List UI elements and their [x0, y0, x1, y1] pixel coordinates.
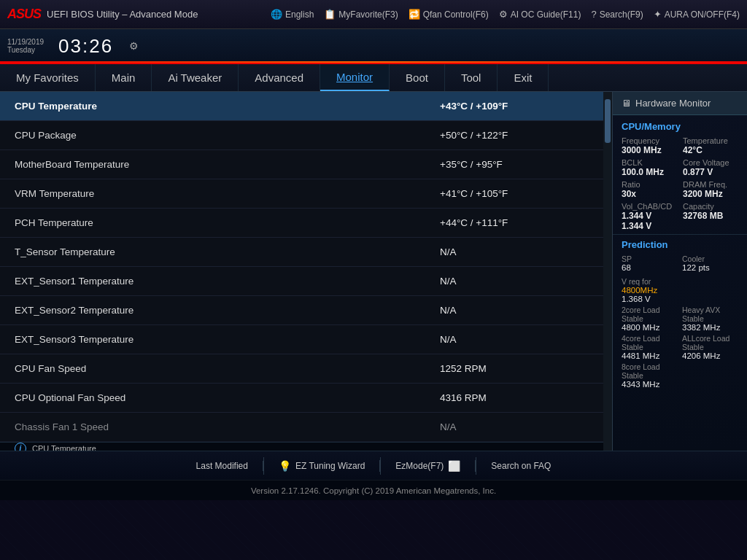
version-text: Version 2.17.1246. Copyright (C) 2019 Am…	[251, 486, 496, 495]
temperature-field: Temperature 42°C	[683, 136, 738, 155]
tab-monitor[interactable]: Monitor	[320, 64, 390, 91]
prediction-title: Prediction	[622, 239, 738, 250]
capacity-field: Capacity 32768 MB	[683, 202, 738, 231]
clock-bar: 11/19/2019 Tuesday 03:26 ⚙	[0, 29, 747, 64]
globe-icon: 🌐	[271, 9, 282, 20]
my-favorite-btn[interactable]: 📋 MyFavorite(F3)	[324, 9, 398, 20]
info-text: CPU Temperature	[32, 444, 96, 451]
ez-mode-btn[interactable]: EzMode(F7) ⬜	[381, 460, 476, 472]
header-info: 🌐 English 📋 MyFavorite(F3) 🔁 Qfan Contro…	[271, 9, 740, 20]
v-req-field: V req for 4800MHz 1.368 V	[622, 277, 738, 303]
allcore-field: ALLcore Load Stable 4206 MHz	[682, 334, 738, 360]
footer-bar: Last Modified 💡 EZ Tuning Wizard EzMode(…	[0, 451, 747, 480]
ratio-field: Ratio 30x	[622, 180, 677, 199]
tuning-icon: 💡	[279, 460, 291, 472]
tab-tool[interactable]: Tool	[445, 64, 498, 91]
search-btn[interactable]: ? Search(F9)	[591, 9, 643, 20]
settings-icon[interactable]: ⚙	[129, 40, 139, 52]
info-icon: i	[15, 443, 26, 451]
date-display: 11/19/2019	[7, 38, 44, 46]
tab-advanced[interactable]: Advanced	[239, 64, 320, 91]
version-bar: Version 2.17.1246. Copyright (C) 2019 Am…	[0, 480, 747, 500]
favorite-icon: 📋	[324, 9, 336, 20]
table-row[interactable]: CPU Fan Speed 1252 RPM	[0, 354, 603, 384]
heavy-avx-field: Heavy AVX Stable 3382 MHz	[682, 306, 738, 332]
aura-btn[interactable]: ✦ AURA ON/OFF(F4)	[654, 9, 740, 20]
scrollbar[interactable]	[603, 92, 612, 451]
vol-chab-field: Vol_ChAB/CD 1.344 V 1.344 V	[622, 202, 677, 231]
cpu-memory-title: CPU/Memory	[622, 121, 738, 132]
sp-field: SP 68	[622, 254, 678, 272]
frequency-label: Frequency 3000 MHz	[622, 136, 677, 155]
qfan-btn[interactable]: 🔁 Qfan Control(F6)	[409, 9, 489, 20]
eightcore-field: 8core Load Stable 4343 MHz	[622, 362, 678, 389]
table-row[interactable]: CPU Package +50°C / +122°F	[0, 121, 603, 150]
table-row[interactable]: VRM Temperature +41°C / +105°F	[0, 179, 603, 209]
ai-icon: ⚙	[499, 9, 508, 20]
language-btn[interactable]: 🌐 English	[271, 9, 314, 20]
search-icon: ?	[591, 9, 596, 20]
cpu-memory-grid: Frequency 3000 MHz Temperature 42°C BCLK…	[622, 136, 738, 231]
aura-icon: ✦	[654, 9, 662, 20]
table-row[interactable]: CPU Optional Fan Speed 4316 RPM	[0, 384, 603, 413]
prediction-section: Prediction SP 68 Cooler 122 pts V req fo…	[613, 235, 747, 392]
nav-bar: My Favorites Main Ai Tweaker Advanced Mo…	[0, 64, 747, 92]
prediction-grid: SP 68 Cooler 122 pts V req for 4800MHz 1…	[622, 254, 738, 389]
tab-ai-tweaker[interactable]: Ai Tweaker	[152, 64, 239, 91]
day-display: Tuesday	[7, 46, 44, 54]
tab-exit[interactable]: Exit	[498, 64, 549, 91]
dram-freq-field: DRAM Freq. 3200 MHz	[683, 180, 738, 199]
monitor-icon: 🖥	[622, 98, 631, 109]
cpu-memory-section: CPU/Memory Frequency 3000 MHz Temperatur…	[613, 115, 747, 235]
asus-logo: ASUS	[7, 7, 41, 22]
ez-mode-icon: ⬜	[448, 460, 460, 472]
main-panel: CPU Temperature +43°C / +109°F CPU Packa…	[0, 92, 603, 451]
tab-boot[interactable]: Boot	[390, 64, 445, 91]
fan-icon: 🔁	[409, 9, 420, 20]
scroll-thumb[interactable]	[605, 99, 611, 143]
table-row[interactable]: EXT_Sensor3 Temperature N/A	[0, 325, 603, 354]
search-faq-btn[interactable]: Search on FAQ	[476, 461, 565, 471]
table-row[interactable]: EXT_Sensor2 Temperature N/A	[0, 296, 603, 325]
table-row[interactable]: Chassis Fan 1 Speed N/A	[0, 413, 603, 442]
tab-my-favorites[interactable]: My Favorites	[0, 64, 96, 91]
right-panel: 🖥 Hardware Monitor CPU/Memory Frequency …	[612, 92, 747, 451]
core-voltage-field: Core Voltage 0.877 V	[683, 158, 738, 177]
info-bar: i CPU Temperature	[0, 442, 603, 451]
bclk-field: BCLK 100.0 MHz	[622, 158, 677, 177]
time-display: 03:26	[58, 36, 113, 55]
hardware-monitor-title: 🖥 Hardware Monitor	[613, 92, 747, 115]
ai-oc-btn[interactable]: ⚙ AI OC Guide(F11)	[499, 9, 581, 20]
header: ASUS UEFI BIOS Utility – Advanced Mode 🌐…	[0, 0, 747, 29]
bios-title: UEFI BIOS Utility – Advanced Mode	[47, 9, 198, 20]
ez-tuning-btn[interactable]: 💡 EZ Tuning Wizard	[264, 460, 380, 472]
fourcore-field: 4core Load Stable 4481 MHz	[622, 334, 678, 360]
table-row[interactable]: EXT_Sensor1 Temperature N/A	[0, 267, 603, 296]
cooler-field: Cooler 122 pts	[682, 254, 738, 272]
table-row[interactable]: PCH Temperature +44°C / +111°F	[0, 209, 603, 238]
sensor-table: CPU Temperature +43°C / +109°F CPU Packa…	[0, 92, 603, 442]
logo-area: ASUS UEFI BIOS Utility – Advanced Mode	[7, 7, 198, 22]
content-area: CPU Temperature +43°C / +109°F CPU Packa…	[0, 92, 747, 451]
last-modified-btn[interactable]: Last Modified	[182, 461, 263, 471]
table-row[interactable]: T_Sensor Temperature N/A	[0, 238, 603, 267]
table-row[interactable]: MotherBoard Temperature +35°C / +95°F	[0, 150, 603, 179]
table-row[interactable]: CPU Temperature +43°C / +109°F	[0, 92, 603, 121]
date-time: 11/19/2019 Tuesday	[7, 38, 44, 54]
tab-main[interactable]: Main	[96, 64, 152, 91]
twocore-field: 2core Load Stable 4800 MHz	[622, 306, 678, 332]
